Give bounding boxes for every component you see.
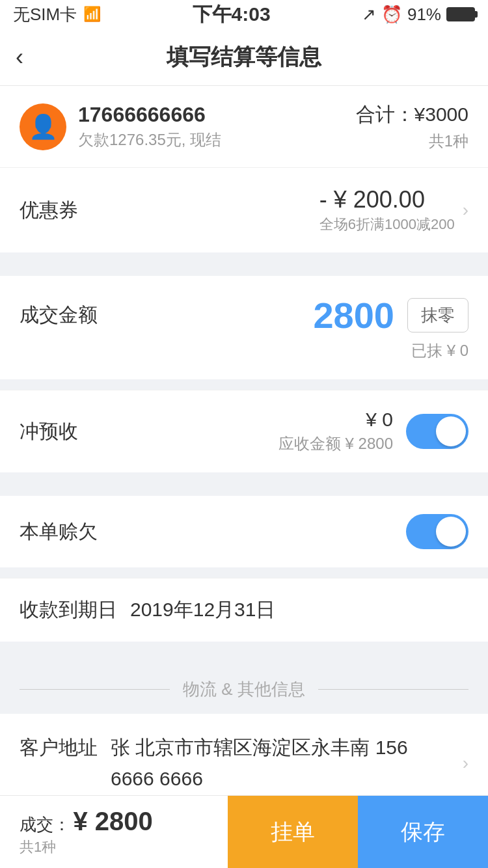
customer-card: 👤 17666666666 欠款1276.35元, 现结 合计：¥3000 共1… [0,86,488,252]
amount-value: 2800 [313,294,394,336]
page-title: 填写结算等信息 [167,42,321,72]
status-left: 无SIM卡 📶 [13,3,101,26]
section-gap-1 [0,263,488,276]
round-button[interactable]: 抹零 [407,298,468,332]
precharge-label: 冲预收 [20,418,78,445]
alarm-icon: ⏰ [381,5,402,25]
coupon-label: 优惠券 [20,197,78,224]
amount-sub-text: 已抹 ¥ 0 [411,342,468,359]
coupon-discount: - ¥ 200.00 [319,186,455,213]
address-label: 客户地址 [20,732,98,763]
coupon-right: - ¥ 200.00 全场6折满1000减200 › [319,186,468,234]
avatar: 👤 [20,103,66,150]
pending-button[interactable]: 挂单 [228,796,358,868]
customer-sub: 欠款1276.35元, 现结 [78,129,221,150]
coupon-desc: 全场6折满1000减200 [319,215,455,234]
bottom-btn-group: 挂单 保存 [228,796,488,868]
precharge-toggle[interactable] [406,414,468,449]
section-gap-2 [0,483,488,496]
defer-row: 本单赊欠 [0,496,488,567]
status-right: ↗ ⏰ 91% [362,5,475,25]
carrier-text: 无SIM卡 [13,3,77,26]
precharge-value: ¥ 0 [278,409,393,431]
customer-phone: 17666666666 [78,103,221,127]
battery-percent: 91% [407,5,441,25]
duedate-row: 收款到期日 2019年12月31日 [0,578,488,642]
defer-toggle[interactable] [406,514,468,549]
nav-bar: ‹ 填写结算等信息 [0,29,488,86]
precharge-sub: 应收金额 ¥ 2800 [278,433,393,454]
total-amount: 合计：¥3000 [356,102,468,128]
address-arrow-icon: › [463,753,468,774]
bottom-deal-count: 共1种 [20,837,208,857]
logistics-line-right [318,689,468,690]
address-value: 张 北京市市辖区海淀区永丰南 156 6666 6666 [111,732,455,794]
bottom-deal-label: 成交： [20,815,70,834]
status-bar: 无SIM卡 📶 下午4:03 ↗ ⏰ 91% [0,0,488,29]
logistics-header: 物流 & 其他信息 [0,665,488,714]
customer-right: 合计：¥3000 共1种 [356,102,468,152]
battery-icon [446,7,475,21]
precharge-amount-group: ¥ 0 应收金额 ¥ 2800 [278,409,393,454]
customer-row: 👤 17666666666 欠款1276.35元, 现结 合计：¥3000 共1… [0,86,488,167]
pending-label: 挂单 [271,817,315,847]
total-count: 共1种 [356,131,468,152]
duedate-value: 2019年12月31日 [130,597,275,623]
wifi-icon: 📶 [83,6,101,23]
main-content: 👤 17666666666 欠款1276.35元, 现结 合计：¥3000 共1… [0,86,488,868]
section-gap-3 [0,652,488,665]
amount-row: 成交金额 2800 抹零 [20,294,468,336]
bottom-deal-row: 成交： ¥ 2800 [20,807,208,836]
logistics-title: 物流 & 其他信息 [183,678,305,701]
bottom-deal-amount: ¥ 2800 [73,807,152,835]
save-button[interactable]: 保存 [358,796,488,868]
location-icon: ↗ [362,5,376,25]
bottom-bar: 成交： ¥ 2800 共1种 挂单 保存 [0,795,488,868]
save-label: 保存 [401,817,445,847]
status-time: 下午4:03 [193,1,271,28]
defer-toggle-knob [436,517,466,547]
logistics-line-left [20,689,170,690]
customer-info: 17666666666 欠款1276.35元, 现结 [78,103,221,150]
amount-right: 2800 抹零 [313,294,468,336]
defer-label: 本单赊欠 [20,519,98,545]
duedate-label: 收款到期日 [20,597,117,623]
back-button[interactable]: ‹ [16,44,23,71]
customer-left: 👤 17666666666 欠款1276.35元, 现结 [20,103,221,150]
amount-label: 成交金额 [20,302,98,329]
coupon-arrow-icon: › [463,200,468,221]
coupon-row[interactable]: 优惠券 - ¥ 200.00 全场6折满1000减200 › [0,167,488,252]
precharge-right: ¥ 0 应收金额 ¥ 2800 [278,409,468,454]
precharge-toggle-knob [436,416,466,446]
precharge-row: 冲预收 ¥ 0 应收金额 ¥ 2800 [0,390,488,472]
bottom-summary: 成交： ¥ 2800 共1种 [0,807,228,857]
amount-section: 成交金额 2800 抹零 已抹 ¥ 0 [0,276,488,379]
